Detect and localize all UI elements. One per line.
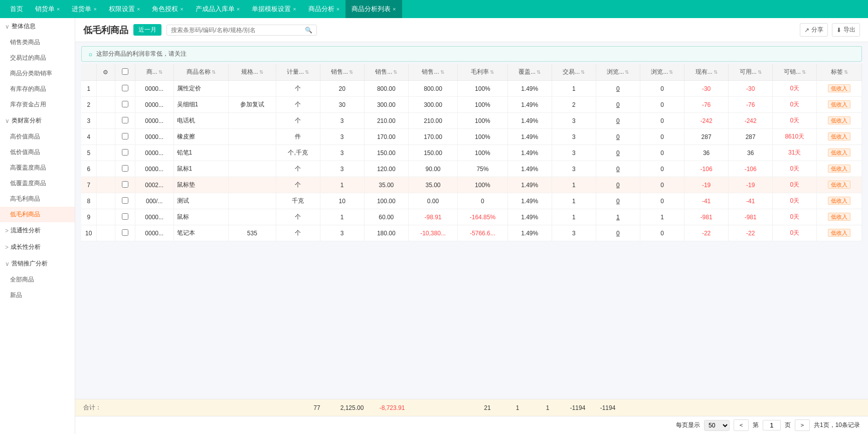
close-icon[interactable]: ×: [237, 6, 240, 12]
cell-checkbox[interactable]: [115, 193, 135, 209]
sidebar-item-商品分类助销率[interactable]: 商品分类助销率: [0, 66, 75, 81]
cell-checkbox[interactable]: [115, 97, 135, 113]
nav-item-商品分析[interactable]: 商品分析×: [302, 0, 345, 18]
cell-view1[interactable]: 0: [596, 161, 640, 177]
sidebar-group-流通性分析[interactable]: >流通性分析: [0, 222, 75, 239]
close-icon[interactable]: ×: [393, 6, 396, 12]
cell-sales-price: 300.00: [364, 97, 408, 113]
nav-item-销货单[interactable]: 销货单×: [29, 0, 66, 18]
row-checkbox[interactable]: [122, 181, 128, 188]
cell-view1[interactable]: 0: [596, 81, 640, 97]
search-input[interactable]: [171, 27, 305, 34]
cell-checkbox[interactable]: [115, 161, 135, 177]
table-container[interactable]: ⚙商...⇅商品名称⇅规格...⇅计量...⇅销售...⇅销售...⇅销售...…: [81, 64, 862, 399]
search-icon[interactable]: 🔍: [305, 27, 312, 34]
cell-checkbox[interactable]: [115, 129, 135, 145]
tag-label: 低收入: [828, 213, 850, 221]
cell-view1[interactable]: 0: [596, 113, 640, 129]
sidebar-item-新品[interactable]: 新品: [0, 287, 75, 303]
select-all-checkbox[interactable]: [122, 68, 128, 75]
sidebar-item-有库存的商品[interactable]: 有库存的商品: [0, 81, 75, 97]
sidebar-item-销售类商品[interactable]: 销售类商品: [0, 35, 75, 50]
view1-link[interactable]: 0: [616, 133, 620, 140]
sidebar-item-交易过的商品[interactable]: 交易过的商品: [0, 50, 75, 66]
settings-icon[interactable]: ⚙: [103, 69, 108, 76]
next-page-button[interactable]: ＞: [795, 419, 810, 431]
view1-link[interactable]: 0: [616, 117, 620, 124]
cell-checkbox[interactable]: [115, 209, 135, 225]
sidebar-group-成长性分析[interactable]: >成长性分析: [0, 239, 75, 255]
sidebar-item-库存资金占用[interactable]: 库存资金占用: [0, 97, 75, 112]
share-button[interactable]: ↗ 分享: [800, 23, 828, 37]
cell-sales-qty: 3: [320, 225, 364, 241]
sidebar-item-高覆盖度商品[interactable]: 高覆盖度商品: [0, 160, 75, 176]
view1-link[interactable]: 0: [616, 150, 620, 157]
cell-view2: 0: [640, 161, 684, 177]
view1-link[interactable]: 1: [616, 214, 620, 221]
cell-view1[interactable]: 0: [596, 225, 640, 241]
nav-item-商品分析列表[interactable]: 商品分析列表×: [345, 0, 402, 18]
row-checkbox[interactable]: [122, 165, 128, 172]
cell-view1[interactable]: 0: [596, 129, 640, 145]
nav-item-单据模板设置[interactable]: 单据模板设置×: [246, 0, 302, 18]
nav-item-进货单[interactable]: 进货单×: [66, 0, 102, 18]
nav-item-产成品入库单[interactable]: 产成品入库单×: [190, 0, 246, 18]
cell-coverage: 1.49%: [507, 225, 552, 241]
cell-checkbox[interactable]: [115, 113, 135, 129]
cell-view1[interactable]: 0: [596, 97, 640, 113]
row-checkbox[interactable]: [122, 117, 128, 123]
sidebar-item-高价值商品[interactable]: 高价值商品: [0, 129, 75, 144]
row-checkbox[interactable]: [122, 133, 128, 139]
nav-item-角色授权[interactable]: 角色授权×: [146, 0, 189, 18]
sidebar-item-低覆盖度商品[interactable]: 低覆盖度商品: [0, 176, 75, 191]
close-icon[interactable]: ×: [293, 6, 296, 12]
cell-checkbox[interactable]: [115, 145, 135, 161]
cell-checkbox[interactable]: [115, 81, 135, 97]
view1-link[interactable]: 0: [616, 166, 620, 173]
view1-link[interactable]: 0: [616, 182, 620, 189]
view1-link[interactable]: 0: [616, 230, 620, 237]
row-checkbox[interactable]: [122, 149, 128, 156]
cell-current: -22: [684, 225, 729, 241]
close-icon[interactable]: ×: [180, 6, 183, 12]
view1-link[interactable]: 0: [616, 85, 620, 92]
close-icon[interactable]: ×: [93, 6, 96, 12]
row-checkbox[interactable]: [122, 85, 128, 91]
col-header-checkbox[interactable]: [115, 64, 135, 81]
close-icon[interactable]: ×: [137, 6, 140, 12]
sort-icon-code: ⇅: [158, 69, 162, 75]
cell-view1[interactable]: 1: [596, 209, 640, 225]
cell-view1[interactable]: 0: [596, 145, 640, 161]
row-checkbox[interactable]: [122, 197, 128, 204]
col-header-settings[interactable]: ⚙: [96, 64, 115, 81]
cell-checkbox[interactable]: [115, 177, 135, 193]
cell-checkbox[interactable]: [115, 225, 135, 241]
row-checkbox[interactable]: [122, 229, 128, 236]
prev-page-button[interactable]: ＜: [734, 419, 749, 431]
sidebar-group-营销推广分析[interactable]: ∨营销推广分析: [0, 255, 75, 272]
cell-code: 0000...: [135, 129, 173, 145]
row-checkbox[interactable]: [122, 101, 128, 107]
sidebar-item-高毛利商品[interactable]: 高毛利商品: [0, 191, 75, 207]
nav-item-首页[interactable]: 首页: [4, 0, 29, 18]
cell-tag: 低收入: [817, 225, 862, 241]
nav-item-权限设置[interactable]: 权限设置×: [103, 0, 146, 18]
cell-view1[interactable]: 0: [596, 177, 640, 193]
close-icon[interactable]: ×: [336, 6, 339, 12]
view1-link[interactable]: 0: [616, 101, 620, 108]
sidebar-item-低价值商品[interactable]: 低价值商品: [0, 144, 75, 160]
cell-view1[interactable]: 0: [596, 193, 640, 209]
export-button[interactable]: ⬇ 导出: [832, 23, 860, 37]
view1-link[interactable]: 0: [616, 198, 620, 205]
sidebar-group-类财富分析[interactable]: ∨类财富分析: [0, 112, 75, 129]
sidebar-item-全部商品[interactable]: 全部商品: [0, 272, 75, 287]
row-checkbox[interactable]: [122, 213, 128, 220]
page-input[interactable]: [763, 420, 781, 430]
sidebar-group-整体信息[interactable]: ∨整体信息: [0, 18, 75, 35]
period-button[interactable]: 近一月: [133, 24, 161, 36]
close-icon[interactable]: ×: [57, 6, 60, 12]
per-page-select[interactable]: 50 100 200: [704, 420, 730, 431]
sidebar-item-低毛利商品[interactable]: 低毛利商品: [0, 207, 75, 222]
cell-no: 10: [81, 225, 96, 241]
cell-sales-qty: 3: [320, 145, 364, 161]
